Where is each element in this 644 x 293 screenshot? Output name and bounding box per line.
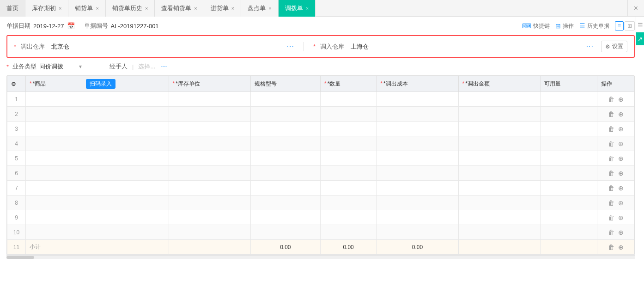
row-unit-8[interactable]	[169, 195, 250, 210]
copy-icon[interactable]: ⊕	[618, 110, 624, 118]
row-qty-2[interactable]	[320, 107, 377, 122]
shortcut-button[interactable]: ⌨ 快捷键	[522, 22, 550, 30]
row-qty-3[interactable]	[320, 122, 377, 136]
row-cost-8[interactable]	[377, 195, 458, 210]
date-value[interactable]: 2019-12-27	[33, 23, 64, 30]
delete-icon[interactable]: 🗑	[608, 214, 614, 221]
row-product-4[interactable]	[26, 136, 82, 151]
row-spec-10[interactable]	[250, 225, 320, 240]
copy-icon[interactable]: ⊕	[618, 140, 624, 147]
row-amount-6[interactable]	[458, 166, 540, 181]
tab-stocktake[interactable]: 盘点单 ×	[241, 0, 278, 17]
row-spec-1[interactable]	[250, 92, 320, 107]
row-cost-1[interactable]	[377, 92, 458, 107]
out-warehouse-more[interactable]: ···	[287, 43, 294, 51]
row-amount-10[interactable]	[458, 225, 540, 240]
row-amount-9[interactable]	[458, 210, 540, 225]
row-spec-5[interactable]	[250, 151, 320, 166]
tab-transfer[interactable]: 调拨单 ×	[279, 0, 316, 17]
row-unit-4[interactable]	[169, 136, 250, 151]
row-cost-2[interactable]	[377, 107, 458, 122]
th-settings[interactable]: ⚙	[7, 76, 26, 92]
row-product-7[interactable]	[26, 181, 82, 195]
row-qty-1[interactable]	[320, 92, 377, 107]
th-scan[interactable]: 扫码录入	[82, 76, 169, 92]
copy-icon[interactable]: ⊕	[618, 125, 624, 133]
scan-entry-button[interactable]: 扫码录入	[86, 79, 115, 89]
row-spec-4[interactable]	[250, 136, 320, 151]
tab-inventory-init-close[interactable]: ×	[59, 6, 61, 11]
copy-icon[interactable]: ⊕	[618, 184, 624, 192]
copy-icon[interactable]: ⊕	[618, 244, 624, 251]
horizontal-scrollbar[interactable]	[6, 255, 635, 259]
sidebar-export-icon[interactable]: ↗	[636, 32, 644, 45]
row-spec-3[interactable]	[250, 122, 320, 136]
row-amount-2[interactable]	[458, 107, 540, 122]
row-product-6[interactable]	[26, 166, 82, 181]
delete-icon[interactable]: 🗑	[608, 170, 614, 177]
tab-sales-history-close[interactable]: ×	[145, 6, 148, 11]
row-unit-2[interactable]	[169, 107, 250, 122]
delete-icon[interactable]: 🗑	[608, 125, 614, 133]
tab-transfer-close[interactable]: ×	[306, 6, 309, 11]
business-type-dropdown[interactable]: ▾	[79, 63, 82, 70]
row-spec-7[interactable]	[250, 181, 320, 195]
out-warehouse-value[interactable]: 北京仓	[51, 43, 69, 51]
delete-icon[interactable]: 🗑	[608, 184, 614, 192]
copy-icon[interactable]: ⊕	[618, 214, 624, 221]
row-product-3[interactable]	[26, 122, 82, 136]
row-product-8[interactable]	[26, 195, 82, 210]
row-unit-5[interactable]	[169, 151, 250, 166]
row-cost-4[interactable]	[377, 136, 458, 151]
row-cost-3[interactable]	[377, 122, 458, 136]
in-warehouse-more[interactable]: ···	[586, 43, 594, 51]
tab-stocktake-close[interactable]: ×	[268, 6, 271, 11]
row-qty-8[interactable]	[320, 195, 377, 210]
row-cost-10[interactable]	[377, 225, 458, 240]
warehouse-settings-button[interactable]: ⚙ 设置	[601, 41, 627, 52]
row-product-10[interactable]	[26, 225, 82, 240]
row-unit-9[interactable]	[169, 210, 250, 225]
history-button[interactable]: ☰ 历史单据	[579, 22, 609, 30]
list-view-button[interactable]: ≡	[615, 21, 624, 31]
delete-icon[interactable]: 🗑	[608, 229, 614, 236]
row-qty-5[interactable]	[320, 151, 377, 166]
row-product-1[interactable]	[26, 92, 82, 107]
row-qty-6[interactable]	[320, 166, 377, 181]
tab-view-sales[interactable]: 查看销货单 ×	[155, 0, 204, 17]
copy-icon[interactable]: ⊕	[618, 96, 624, 103]
row-qty-4[interactable]	[320, 136, 377, 151]
row-amount-1[interactable]	[458, 92, 540, 107]
row-unit-7[interactable]	[169, 181, 250, 195]
copy-icon[interactable]: ⊕	[618, 170, 624, 177]
delete-icon[interactable]: 🗑	[608, 140, 614, 147]
delete-icon[interactable]: 🗑	[608, 96, 614, 103]
row-amount-8[interactable]	[458, 195, 540, 210]
business-type-value[interactable]: 同价调拨	[39, 62, 76, 71]
delete-icon[interactable]: 🗑	[608, 155, 614, 162]
handler-select[interactable]: 选择...	[138, 62, 155, 71]
row-amount-5[interactable]	[458, 151, 540, 166]
row-cost-9[interactable]	[377, 210, 458, 225]
copy-icon[interactable]: ⊕	[618, 155, 624, 162]
scrollbar-thumb[interactable]	[6, 256, 34, 259]
handler-more[interactable]: ···	[161, 62, 167, 71]
tab-view-sales-close[interactable]: ×	[194, 6, 197, 11]
copy-icon[interactable]: ⊕	[618, 229, 624, 236]
in-warehouse-value[interactable]: 上海仓	[351, 43, 369, 51]
calendar-icon[interactable]: 📅	[67, 22, 75, 30]
row-amount-3[interactable]	[458, 122, 540, 136]
row-product-2[interactable]	[26, 107, 82, 122]
row-cost-6[interactable]	[377, 166, 458, 181]
row-unit-3[interactable]	[169, 122, 250, 136]
row-qty-10[interactable]	[320, 225, 377, 240]
grid-view-button[interactable]: ⊞	[625, 21, 635, 31]
row-amount-4[interactable]	[458, 136, 540, 151]
window-close-button[interactable]: ×	[627, 0, 644, 17]
row-qty-7[interactable]	[320, 181, 377, 195]
tab-purchase-close[interactable]: ×	[231, 6, 234, 11]
row-unit-10[interactable]	[169, 225, 250, 240]
row-unit-1[interactable]	[169, 92, 250, 107]
sidebar-doc-icon[interactable]: ☰	[636, 18, 644, 31]
tab-inventory-init[interactable]: 库存期初 ×	[25, 0, 68, 17]
